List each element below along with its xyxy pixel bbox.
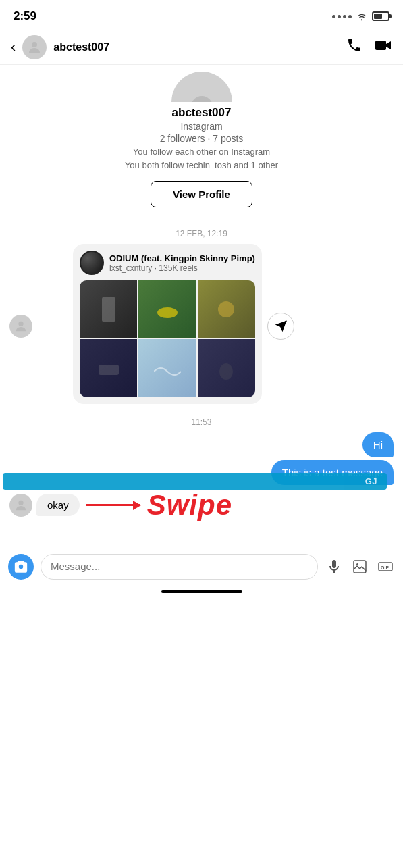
video-call-button[interactable] [375,38,392,57]
svg-rect-12 [354,561,366,573]
svg-point-0 [32,42,37,47]
home-indicator [161,590,242,593]
reel-message: ODIUM (feat. Kingpin Skinny Pimp) lxst_c… [9,244,394,409]
reel-cell-2 [138,280,196,338]
svg-rect-4 [102,297,115,322]
reel-cell-5 [138,339,196,397]
svg-rect-7 [99,365,119,375]
message-input[interactable] [41,554,318,580]
svg-point-3 [18,322,23,326]
header-username[interactable]: abctest007 [53,41,346,53]
received-bubble: okay [36,494,80,516]
reel-cell-1 [80,280,137,338]
swipe-arrow [86,504,140,506]
view-profile-button[interactable]: View Profile [151,181,252,207]
status-bar: 2:59 [0,0,403,30]
profile-stats: 2 followers · 7 posts [14,133,389,144]
reel-cell-6 [198,339,255,397]
watermark: GJ [3,473,387,490]
chat-area: 12 FEB, 12:19 ODIUM (feat. Kingpin Skinn… [0,229,403,545]
reel-subtitle: lxst_cxntury · 135K reels [109,263,255,273]
received-avatar [9,494,32,517]
reel-header: ODIUM (feat. Kingpin Skinny Pimp) lxst_c… [80,251,255,275]
svg-point-8 [219,363,233,380]
mic-button[interactable] [325,557,344,576]
reel-grid [80,280,255,397]
profile-name: abctest007 [14,106,389,120]
signal-icon [332,15,352,18]
svg-point-13 [356,563,358,565]
reel-channel-avatar [80,251,104,275]
svg-point-2 [191,96,213,102]
reel-cell-3 [198,280,255,338]
status-icons [332,11,389,21]
profile-avatar-top [171,72,232,102]
reel-cell-4 [80,339,137,397]
battery-icon [372,11,389,21]
svg-point-5 [157,307,178,318]
back-button[interactable]: ‹ [11,39,16,56]
wifi-icon [356,11,368,21]
gallery-button[interactable] [350,557,369,576]
camera-button[interactable] [8,554,34,580]
svg-marker-10 [275,321,287,332]
svg-point-11 [18,500,23,505]
status-time: 2:59 [14,9,36,23]
input-bar: GIF [0,548,403,585]
sender-avatar [9,315,32,338]
svg-point-6 [218,301,234,317]
svg-text:GIF: GIF [381,565,389,570]
gif-button[interactable]: GIF [376,557,395,576]
profile-platform: Instagram [14,121,389,132]
swipe-row: okay Swipe [9,489,394,521]
timestamp-2: 11:53 [9,417,394,427]
profile-follow-info: You follow each other on Instagram You b… [14,145,389,172]
timestamp-1: 12 FEB, 12:19 [9,229,394,238]
header-avatar [22,35,47,59]
send-reel-button[interactable] [267,313,294,340]
call-button[interactable] [346,37,362,57]
svg-rect-1 [375,41,386,50]
home-bar [0,585,403,596]
reel-card[interactable]: ODIUM (feat. Kingpin Skinny Pimp) lxst_c… [73,244,262,404]
swipe-label: Swipe [147,489,232,521]
profile-section: abctest007 Instagram 2 followers · 7 pos… [0,65,403,221]
chat-header: ‹ abctest007 [0,30,403,65]
header-actions [346,37,392,57]
sent-bubble-hi: Hi [362,432,394,457]
reel-title: ODIUM (feat. Kingpin Skinny Pimp) [109,253,255,263]
